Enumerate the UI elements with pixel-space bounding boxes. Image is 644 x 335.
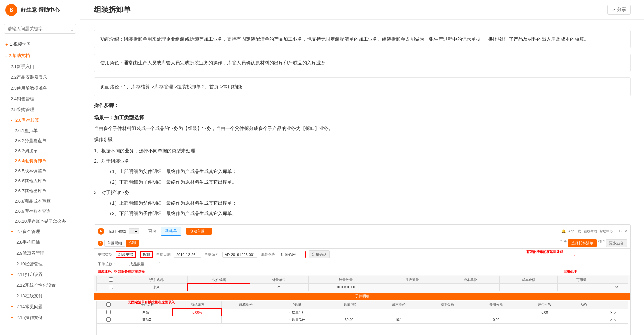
ss-icon-list: ≡ xyxy=(560,239,562,247)
search-input[interactable] xyxy=(4,24,76,34)
sidebar-item-print-label: 2.11打印设置 xyxy=(16,272,42,277)
ss-more-btn[interactable]: 更多业务 xyxy=(606,239,627,247)
ss-type-value2: 拆卸 xyxy=(140,251,153,258)
ss-lth-action: 动W xyxy=(569,301,599,309)
sidebar-item-264[interactable]: 2.6.4组装拆卸单 xyxy=(0,156,80,166)
sidebar-item-purchase[interactable]: 2.5采购管理 xyxy=(0,104,80,115)
ss-td-parent-code[interactable] xyxy=(187,284,250,291)
sidebar-item-263[interactable]: 2.6.3调拨单 xyxy=(0,146,80,156)
ss-lth-qty2: ↑数量(主) xyxy=(324,301,374,309)
ss-th-avail: 可用量 xyxy=(558,276,605,284)
sidebar-item-269[interactable]: 2.6.9库存账本查询 xyxy=(0,206,80,216)
ss-td-cost-price xyxy=(441,284,500,291)
annotation-4: 无固定清单可以批量在这里录入 xyxy=(128,300,175,305)
sidebar-item-267[interactable]: 2.6.7其他出库单 xyxy=(0,186,80,196)
ss-separator: 子件明细 无固定清单可以批量在这里录入 xyxy=(94,293,630,300)
sidebar-item-faq[interactable]: + 2.14常见问题 xyxy=(0,301,80,312)
ss-number-value[interactable]: AD-20191226-001 xyxy=(222,252,257,258)
ss-confirm-btn[interactable]: 定量确认 xyxy=(309,250,330,258)
ss-subnav-tabs: 单据明细 拆卸 xyxy=(104,240,139,247)
ss-ltd-act2 xyxy=(569,316,599,323)
sidebar-item-sales[interactable]: 2.4销售管理 xyxy=(0,94,80,104)
sidebar-item-print[interactable]: + 2.11打印设置 xyxy=(0,269,80,280)
share-button[interactable]: ↗ 分享 xyxy=(607,5,631,15)
step3-1: （1）上部明细为父件明细，最终作为原材料生成其它出库单； xyxy=(107,199,631,207)
ss-lth-qty: *数量 xyxy=(270,301,324,309)
ss-ltd-code[interactable]: 0.00% xyxy=(173,309,221,316)
sidebar-item-cases[interactable]: + 2.15操作案例 xyxy=(0,312,80,323)
sidebar-item-ops[interactable]: + 2.10经营管理 xyxy=(0,259,80,269)
ss-date-label: 单据日期 xyxy=(156,252,171,257)
sidebar-item-finance[interactable]: + 2.7资金管理 xyxy=(0,226,80,237)
ss-avatar: C C xyxy=(616,229,622,233)
annotation-1: 有装配清单的在这里处理 xyxy=(526,249,563,254)
sidebar-item-data[interactable]: 2.3使用前数据准备 xyxy=(0,83,80,94)
ss-ltd-op2[interactable]: ✕ ▷ xyxy=(599,316,628,323)
ss-th-parent-name: *父件名称 xyxy=(125,276,187,284)
sidebar-item-inventory-label: 2.6库存核算 xyxy=(15,118,39,123)
sidebar-item-video[interactable]: + 1.视频学习 xyxy=(0,39,80,50)
ss-ltd-check xyxy=(97,309,120,316)
sidebar-item-266[interactable]: 2.6.6其他入库单 xyxy=(0,176,80,186)
ss-lth-cprice: 成本单价 xyxy=(374,301,423,309)
ss-select-all[interactable] xyxy=(109,277,113,282)
ss-td-unit: 个 xyxy=(250,284,308,291)
sidebar-item-pay[interactable]: + 2.13在线支付 xyxy=(0,291,80,301)
step3: 3、对于拆卸业务 xyxy=(94,188,631,197)
ss-create-btn[interactable]: 创建单据一 xyxy=(186,228,212,235)
ss-icon-copy: ⊕ xyxy=(564,239,567,247)
sidebar-item-262[interactable]: 2.6.2分量盘点单 xyxy=(0,136,80,146)
ss-qty-label: 成品数量 xyxy=(129,262,144,267)
sidebar-item-ops-label: 2.10经营管理 xyxy=(16,261,42,266)
sidebar-header: 6 好生意 帮助中心 xyxy=(0,0,80,20)
sidebar-item-inventory[interactable]: - 2.6库存核算 xyxy=(0,115,80,126)
ss-tab-detail[interactable]: 单据明细 xyxy=(104,240,125,247)
page-title: 组装拆卸单 xyxy=(94,5,131,15)
ss-td-del[interactable]: ✕ xyxy=(605,284,628,291)
ss-number-label: 单据编号 xyxy=(204,252,219,257)
sidebar-item-docs[interactable]: - 2.帮助文档 xyxy=(0,50,80,61)
ss-row-check[interactable] xyxy=(109,285,113,289)
ss-td-prod-qty xyxy=(383,284,441,291)
ss-icon-print: 打印 xyxy=(598,239,605,247)
table-row: 米米 个 10.00↑10.00 ✕ xyxy=(97,284,628,291)
ss-ltd-op[interactable]: ✕ ▷ xyxy=(599,309,628,316)
ss-td-qty: 10.00↑10.00 xyxy=(308,284,383,291)
ss-separator-label: 子件明细 xyxy=(355,294,370,298)
sidebar-item-268[interactable]: 2.6.8商品成本重算 xyxy=(0,196,80,206)
ss-lth-remain: 剩余可W xyxy=(521,301,569,309)
sidebar-item-install[interactable]: 2.2产品安装及登录 xyxy=(0,72,80,83)
ss-lrow-check2[interactable] xyxy=(106,317,111,322)
share-label: 分享 xyxy=(617,7,626,13)
ss-th-cost-price: 成本单价 xyxy=(441,276,500,284)
ss-tab-new[interactable]: 新建单 xyxy=(161,227,181,236)
ss-lrow-check1[interactable] xyxy=(106,310,111,314)
ss-date-value[interactable]: 2019-12-26 xyxy=(174,252,201,258)
sidebar-item-custom[interactable]: + 2.12系统个性化设置 xyxy=(0,280,80,291)
table-row xyxy=(97,323,628,329)
sidebar-item-new[interactable]: 2.1新手入门 xyxy=(0,61,80,72)
ss-qty-input[interactable] xyxy=(146,262,160,263)
ss-lower-all[interactable] xyxy=(106,302,111,307)
sidebar-item-mobile[interactable]: + 2.8手机旺辅 xyxy=(0,237,80,248)
ss-company-select[interactable] xyxy=(129,228,139,234)
ss-tab-active[interactable]: 拆卸 xyxy=(126,240,139,247)
main-header: 组装拆卸单 ↗ 分享 xyxy=(80,0,644,20)
sidebar-item-coupon[interactable]: + 2.9优惠券管理 xyxy=(0,248,80,259)
sidebar-item-docs-label: 2.帮助文档 xyxy=(9,53,30,59)
ss-close-icon[interactable]: ✕ xyxy=(624,229,627,233)
ss-tab-home[interactable]: 首页 xyxy=(144,227,160,236)
search-icon: ⌕ xyxy=(71,26,73,32)
ss-warehouse-value[interactable]: 组装仓库 xyxy=(279,251,306,258)
steps-sub-title: 操作步骤： xyxy=(94,135,631,144)
search-box[interactable]: ⌕ xyxy=(0,20,80,37)
ss-parts-count: 子件总数： xyxy=(98,262,116,267)
sidebar-item-265[interactable]: 2.6.5成本调整单 xyxy=(0,166,80,176)
ss-save-btn[interactable]: 选择托料清单 xyxy=(568,239,597,247)
sidebar-item-261[interactable]: 2.6.1盘点单 xyxy=(0,126,80,136)
ss-lth-camt: 成本金额 xyxy=(423,301,472,309)
logo-icon: 6 xyxy=(5,4,17,16)
steps-title: 操作步骤： xyxy=(94,102,631,109)
ss-lower-table: *子件名称 商品编码 规格型号 *数量 ↑数量(主) 成本单价 成本金额 费用分… xyxy=(96,301,628,335)
sidebar-item-2610[interactable]: 2.6.10库存账本错了怎么办 xyxy=(0,216,80,226)
